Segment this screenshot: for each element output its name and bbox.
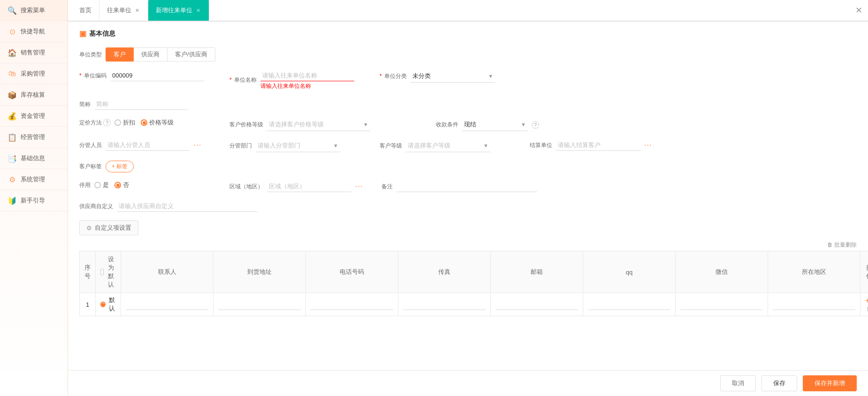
pricing-method-label: 定价方法 ? <box>79 119 111 127</box>
add-tag-button[interactable]: + 标签 <box>106 161 134 172</box>
department-label: 分管部门 <box>229 142 252 150</box>
add-row-button[interactable]: + <box>865 296 868 304</box>
unit-btn-supplier[interactable]: 供应商 <box>134 47 168 62</box>
row-email-input[interactable] <box>495 299 578 310</box>
sidebar-item-finance[interactable]: 💰 资金管理 <box>0 106 68 127</box>
row-phone-input[interactable] <box>311 299 393 310</box>
unit-name-input[interactable] <box>260 70 354 81</box>
unit-code-input[interactable] <box>110 70 204 81</box>
tab-new-partner[interactable]: 新增往来单位 ✕ <box>148 0 209 21</box>
col-email: 邮箱 <box>491 251 583 293</box>
settlement-unit-input[interactable] <box>556 140 640 151</box>
add-tag-label: + 标签 <box>112 163 128 171</box>
sidebar-item-label: 系统管理 <box>21 175 45 184</box>
sidebar-item-operations[interactable]: 📋 经营管理 <box>0 127 68 148</box>
col-id: 序号 <box>80 251 96 293</box>
supervisor-input[interactable] <box>106 140 190 151</box>
remark-input[interactable] <box>396 181 537 192</box>
supplier-custom-row: 供应商自定义 <box>79 201 857 212</box>
col-fax: 传真 <box>398 251 491 293</box>
pricing-radio-group: 折扣 价格等级 <box>114 118 174 127</box>
row-region-input[interactable] <box>773 299 855 310</box>
radio-discount[interactable]: 折扣 <box>114 118 135 127</box>
row-wechat-input[interactable] <box>680 299 763 310</box>
radio-price-level[interactable]: 价格等级 <box>141 118 174 127</box>
tab-partner[interactable]: 往来单位 ✕ <box>99 0 148 21</box>
search-icon: 🔍 <box>8 6 17 15</box>
sidebar: 🔍 搜索菜单 ⊙ 快捷导航 🏠 销售管理 🛍 采购管理 📦 库存核算 💰 资金管… <box>0 0 68 396</box>
code-name-category-row: * 单位编码 * 单位名称 请输入往来单位名称 * <box>79 70 857 90</box>
short-name-field: 简称 <box>79 99 211 110</box>
customer-level-arrow-icon: ▼ <box>483 143 488 148</box>
supplier-custom-input[interactable] <box>117 201 258 212</box>
remark-field: 备注 <box>381 181 537 192</box>
price-level-arrow-icon: ▼ <box>363 122 368 127</box>
disabled-region-row: 停用 是 否 区域（地区） ··· 备注 <box>79 181 857 192</box>
region-more-icon[interactable]: ··· <box>355 182 363 191</box>
customer-level-select[interactable]: 请选择客户等级 ▼ <box>406 140 490 152</box>
sidebar-item-search[interactable]: 🔍 搜索菜单 <box>0 0 68 21</box>
department-arrow-icon: ▼ <box>333 143 338 148</box>
unit-name-error: 请输入往来单位名称 <box>260 82 354 90</box>
settlement-unit-field: 结算单位 ··· <box>530 140 661 151</box>
sidebar-item-quicknav[interactable]: ⊙ 快捷导航 <box>0 21 68 42</box>
row-default: 默认 <box>96 293 121 316</box>
department-placeholder: 请输入分管部门 <box>258 141 300 150</box>
supervisor-more-icon[interactable]: ··· <box>194 141 201 149</box>
customer-price-level-select[interactable]: 请选择客户价格等级 ▼ <box>267 118 370 131</box>
sidebar-item-guide[interactable]: 🔰 新手引导 <box>0 190 68 211</box>
supplier-custom-label: 供应商自定义 <box>79 202 113 210</box>
tab-partner-close[interactable]: ✕ <box>134 7 140 15</box>
payment-terms-value: 现结 <box>464 120 476 129</box>
row-fax-input[interactable] <box>403 299 486 310</box>
sidebar-item-purchase[interactable]: 🛍 采购管理 <box>0 63 68 85</box>
radio-yes[interactable]: 是 <box>94 181 109 189</box>
batch-delete-label: 批量删除 <box>834 241 857 248</box>
row-contact-input[interactable] <box>126 299 208 310</box>
del-row-button[interactable]: 🗑 <box>866 305 868 312</box>
department-select[interactable]: 请输入分管部门 ▼ <box>256 140 340 152</box>
payment-terms-label: 收款条件 <box>436 121 458 129</box>
row-qq-input[interactable] <box>588 299 670 310</box>
radio-no[interactable]: 否 <box>114 181 129 189</box>
settlement-unit-more-icon[interactable]: ··· <box>644 141 652 149</box>
row-default-radio[interactable] <box>100 302 106 307</box>
pricing-help-icon[interactable]: ? <box>103 119 111 126</box>
batch-delete-button[interactable]: 🗑 批量删除 <box>79 241 857 249</box>
sidebar-item-inventory[interactable]: 📦 库存核算 <box>0 85 68 106</box>
row-qq <box>583 293 676 316</box>
custom-settings-button[interactable]: ⚙ 自定义项设置 <box>79 220 138 235</box>
payment-terms-select[interactable]: 现结 ▼ <box>462 118 528 131</box>
tab-new-partner-close[interactable]: ✕ <box>195 7 201 15</box>
radio-no-circle <box>114 182 121 188</box>
header-checkbox[interactable] <box>100 269 104 275</box>
customer-tag-label: 客户标签 <box>79 163 102 171</box>
region-input[interactable] <box>267 181 351 192</box>
unit-name-field: * 单位名称 请输入往来单位名称 <box>229 70 361 90</box>
customer-tag-row: 客户标签 + 标签 <box>79 161 857 172</box>
row-address-input[interactable] <box>218 299 301 310</box>
unit-category-select[interactable]: 未分类 ▼ <box>411 70 495 83</box>
tab-bar-close-button[interactable]: ✕ <box>855 5 862 16</box>
save-and-new-button[interactable]: 保存并新增 <box>803 375 857 391</box>
payment-help-icon[interactable]: ? <box>532 121 539 129</box>
region-field: 区域（地区） ··· <box>229 181 363 192</box>
row-action: + 🗑 <box>860 293 868 316</box>
cancel-button[interactable]: 取消 <box>720 375 756 391</box>
unit-btn-both[interactable]: 客户/供应商 <box>168 47 215 62</box>
tab-partner-label: 往来单位 <box>107 6 131 15</box>
short-name-input[interactable] <box>94 99 188 110</box>
sidebar-item-basic[interactable]: 📑 基础信息 <box>0 148 68 169</box>
sidebar-item-sales[interactable]: 🏠 销售管理 <box>0 42 68 63</box>
payment-terms-field: 收款条件 现结 ▼ ? <box>436 118 567 131</box>
col-contact: 联系人 <box>121 251 213 293</box>
tab-home[interactable]: 首页 <box>72 0 99 21</box>
radio-yes-circle <box>94 182 101 188</box>
sidebar-item-label: 资金管理 <box>21 112 45 120</box>
unit-btn-customer[interactable]: 客户 <box>106 47 134 62</box>
supplier-custom-field: 供应商自定义 <box>79 201 258 212</box>
sidebar-item-system[interactable]: ⚙ 系统管理 <box>0 169 68 190</box>
save-button[interactable]: 保存 <box>761 375 797 391</box>
unit-category-field: * 单位分类 未分类 ▼ <box>380 70 511 83</box>
row-id: 1 <box>80 293 96 316</box>
